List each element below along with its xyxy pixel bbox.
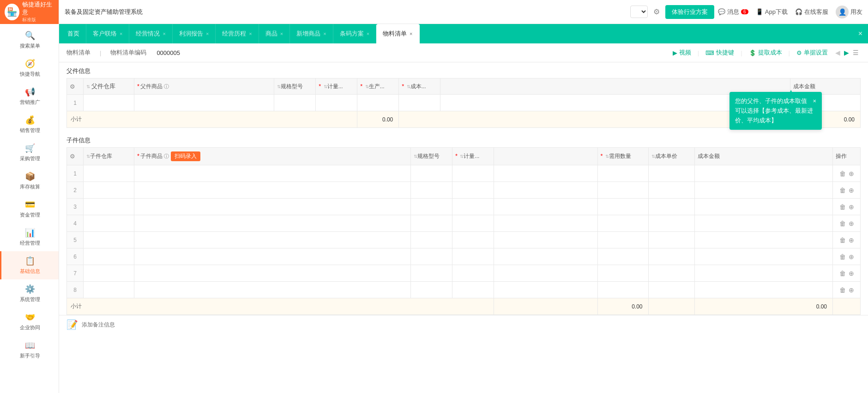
child-row-goods[interactable] (134, 248, 411, 265)
child-row-unit[interactable] (452, 199, 494, 215)
copy-icon[interactable]: ⊕ (849, 253, 854, 260)
delete-icon[interactable]: 🗑 (839, 270, 846, 277)
tab-bom[interactable]: 物料清单 × (376, 24, 419, 43)
child-row-goods[interactable] (134, 199, 411, 215)
tab-customer[interactable]: 客户联络 × (86, 24, 129, 43)
prev-arrow[interactable]: ◀ (833, 48, 842, 57)
child-row-unit[interactable] (452, 232, 494, 248)
copy-icon[interactable]: ⊕ (849, 203, 854, 211)
tab-profit[interactable]: 利润报告 × (173, 24, 216, 43)
tab-profit-close[interactable]: × (206, 31, 209, 36)
parent-row1-produce[interactable] (357, 95, 399, 111)
user-item[interactable]: 👤 用友 (836, 6, 862, 18)
delete-icon[interactable]: 🗑 (839, 236, 846, 244)
child-row-qty[interactable] (597, 248, 648, 265)
child-row-goods[interactable] (134, 282, 411, 298)
parent-row1-cost[interactable] (399, 95, 440, 111)
child-row-price[interactable] (648, 248, 694, 265)
sidebar-item-inventory[interactable]: 📦 库存核算 (0, 167, 59, 195)
child-row-qty[interactable] (597, 265, 648, 282)
sidebar-item-marketing[interactable]: 📢 营销推广 (0, 82, 59, 110)
child-row-qty[interactable] (597, 232, 648, 248)
child-row-spec[interactable] (410, 282, 452, 298)
next-arrow[interactable]: ▶ (842, 48, 851, 57)
tab-history-close[interactable]: × (249, 31, 252, 36)
child-unit-sort[interactable]: ⇅ (460, 154, 464, 159)
sidebar-item-sales[interactable]: 💰 销售管理 (0, 110, 59, 139)
child-row-unit[interactable] (452, 265, 494, 282)
child-row-spec[interactable] (410, 215, 452, 232)
cost-sort-icon[interactable]: ⇅ (407, 84, 410, 89)
action-view[interactable]: ▶ 视频 (673, 48, 691, 57)
tab-home[interactable]: 首页 (61, 24, 86, 43)
tab-goods[interactable]: 商品 × (259, 24, 290, 43)
produce-sort-icon[interactable]: ⇅ (365, 84, 369, 89)
online-service-item[interactable]: 🎧 在线客服 (795, 8, 828, 16)
child-row-unit[interactable] (452, 182, 494, 199)
sidebar-item-quick-nav[interactable]: 🧭 快捷导航 (0, 54, 59, 82)
gear-icon[interactable]: ⚙ (70, 83, 75, 90)
child-row-warehouse[interactable] (84, 199, 134, 215)
tab-new-goods-close[interactable]: × (323, 31, 326, 36)
child-row-unit[interactable] (452, 282, 494, 298)
copy-icon[interactable]: ⊕ (849, 220, 854, 227)
child-spec-sort[interactable]: ⇅ (414, 154, 417, 159)
action-single-settings[interactable]: ⚙ 单据设置 (796, 48, 828, 57)
scan-button[interactable]: 扫码录入 (171, 151, 200, 161)
app-download-item[interactable]: 📱 App下载 (756, 8, 788, 16)
tab-new-goods[interactable]: 新增商品 × (290, 24, 333, 43)
copy-icon[interactable]: ⊕ (849, 187, 854, 194)
parent-row1-goods[interactable] (134, 95, 274, 111)
delete-icon[interactable]: 🗑 (839, 220, 846, 227)
copy-icon[interactable]: ⊕ (849, 170, 854, 177)
delete-icon[interactable]: 🗑 (839, 170, 846, 177)
child-row-price[interactable] (648, 282, 694, 298)
child-row-price[interactable] (648, 232, 694, 248)
child-row-unit[interactable] (452, 215, 494, 232)
child-row-warehouse[interactable] (84, 282, 134, 298)
child-row-qty[interactable] (597, 182, 648, 199)
goods-info-icon[interactable]: ⓘ (164, 84, 169, 89)
child-row-goods[interactable] (134, 165, 411, 182)
sidebar-item-enterprise[interactable]: 🤝 企业协同 (0, 308, 59, 336)
tab-customer-close[interactable]: × (120, 31, 122, 36)
child-row-goods[interactable] (134, 232, 411, 248)
sidebar-item-guide[interactable]: 📖 新手引导 (0, 336, 59, 364)
child-row-unit[interactable] (452, 165, 494, 182)
sidebar-item-basic[interactable]: 📋 基础信息 (0, 251, 59, 279)
child-row-goods[interactable] (134, 215, 411, 232)
child-row-spec[interactable] (410, 232, 452, 248)
sidebar-item-search[interactable]: 🔍 搜索菜单 (0, 26, 59, 54)
child-row-unit[interactable] (452, 248, 494, 265)
parent-row1-warehouse[interactable] (84, 95, 134, 111)
child-goods-info-icon[interactable]: ⓘ (164, 153, 169, 159)
child-row-spec[interactable] (410, 165, 452, 182)
sidebar-item-finance[interactable]: 💳 资金管理 (0, 195, 59, 223)
child-row-warehouse[interactable] (84, 182, 134, 199)
child-row-qty[interactable] (597, 215, 648, 232)
child-row-warehouse[interactable] (84, 248, 134, 265)
child-row-goods[interactable] (134, 265, 411, 282)
child-row-warehouse[interactable] (84, 215, 134, 232)
child-row-price[interactable] (648, 182, 694, 199)
child-row-qty[interactable] (597, 165, 648, 182)
sidebar-item-operation[interactable]: 📊 经营管理 (0, 223, 59, 251)
tab-operation[interactable]: 经营情况 × (129, 24, 172, 43)
tab-barcode[interactable]: 条码方案 × (333, 24, 376, 43)
delete-icon[interactable]: 🗑 (839, 286, 846, 294)
copy-icon[interactable]: ⊕ (849, 286, 854, 294)
child-row-spec[interactable] (410, 265, 452, 282)
unit-sort-icon[interactable]: ⇅ (324, 84, 327, 89)
child-row-price[interactable] (648, 165, 694, 182)
child-row-warehouse[interactable] (84, 265, 134, 282)
child-qty-sort[interactable]: ⇅ (605, 154, 609, 159)
sidebar-item-purchase[interactable]: 🛒 采购管理 (0, 139, 59, 167)
child-row-price[interactable] (648, 199, 694, 215)
tooltip-close-button[interactable]: × (813, 97, 816, 106)
child-price-sort[interactable]: ⇅ (651, 154, 655, 159)
child-row-qty[interactable] (597, 282, 648, 298)
child-row-spec[interactable] (410, 182, 452, 199)
menu-icon[interactable]: ☰ (851, 48, 861, 57)
message-item[interactable]: 💬 消息 6 (718, 8, 748, 16)
action-shortcut[interactable]: ⌨ 快捷键 (705, 48, 734, 57)
